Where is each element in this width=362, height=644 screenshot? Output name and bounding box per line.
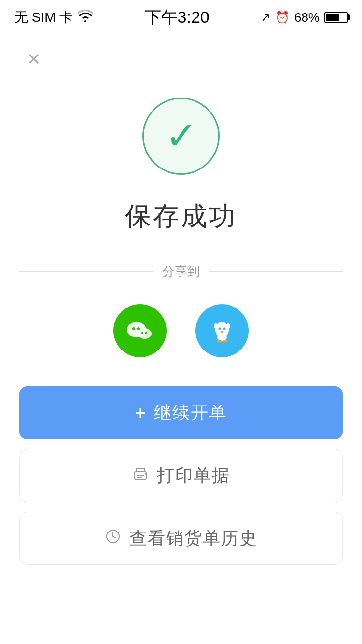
svg-point-10 xyxy=(214,323,218,328)
status-left: 无 SIM 卡 xyxy=(14,8,93,27)
qq-share-button[interactable] xyxy=(195,304,249,357)
print-receipt-button[interactable]: 打印单据 xyxy=(19,449,343,502)
no-sim-label: 无 SIM 卡 xyxy=(14,8,73,27)
continue-order-button[interactable]: + 继续开单 xyxy=(19,386,343,439)
checkmark-icon: ✓ xyxy=(165,117,197,155)
svg-point-14 xyxy=(223,340,227,343)
svg-point-11 xyxy=(226,323,230,328)
svg-point-3 xyxy=(138,328,152,339)
svg-point-8 xyxy=(223,328,226,330)
share-section: 分享到 xyxy=(19,263,343,357)
wechat-share-button[interactable] xyxy=(113,304,167,357)
svg-rect-17 xyxy=(137,477,142,478)
svg-point-5 xyxy=(145,332,147,334)
close-icon: × xyxy=(28,48,40,70)
battery-percent: 68% xyxy=(294,10,320,25)
svg-point-2 xyxy=(137,327,140,330)
svg-point-9 xyxy=(221,331,224,333)
continue-order-label: 继续开单 xyxy=(154,401,227,425)
close-button[interactable]: × xyxy=(19,44,48,73)
svg-point-4 xyxy=(141,332,143,334)
share-label: 分享到 xyxy=(162,263,200,280)
svg-point-12 xyxy=(217,334,227,341)
main-content: × ✓ 保存成功 分享到 xyxy=(0,35,362,565)
success-icon-circle: ✓ xyxy=(142,98,220,175)
printer-icon xyxy=(132,465,149,486)
status-right: ↗ ⏰ 68% xyxy=(261,10,348,25)
success-title: 保存成功 xyxy=(125,199,237,234)
view-history-button[interactable]: 查看销货单历史 xyxy=(19,512,343,565)
svg-rect-16 xyxy=(137,475,144,476)
location-icon: ↗ xyxy=(261,11,270,24)
svg-point-7 xyxy=(219,328,221,330)
wifi-icon xyxy=(78,10,93,26)
svg-point-18 xyxy=(145,473,146,475)
qq-logo-icon xyxy=(208,316,237,345)
history-icon xyxy=(104,528,122,549)
svg-point-13 xyxy=(217,340,222,343)
alarm-icon: ⏰ xyxy=(275,11,290,24)
svg-point-1 xyxy=(132,327,135,330)
share-icons xyxy=(19,304,343,357)
status-bar: 无 SIM 卡 下午3:20 ↗ ⏰ 68% xyxy=(0,0,362,35)
history-label: 查看销货单历史 xyxy=(129,527,258,550)
plus-icon: + xyxy=(135,402,146,424)
action-buttons: + 继续开单 打印单据 xyxy=(19,386,343,565)
battery-icon xyxy=(324,12,348,23)
status-time: 下午3:20 xyxy=(145,6,209,28)
wechat-logo-icon xyxy=(125,315,156,347)
print-label: 打印单据 xyxy=(157,464,230,488)
share-divider: 分享到 xyxy=(19,263,343,280)
